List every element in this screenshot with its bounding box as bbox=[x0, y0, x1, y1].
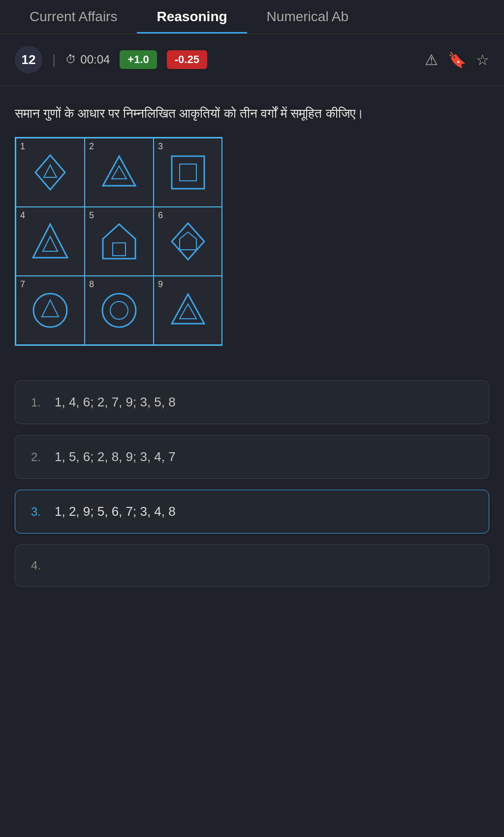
cell-shape-5 bbox=[97, 219, 141, 264]
svg-marker-6 bbox=[33, 224, 67, 258]
option-number-4: 4. bbox=[31, 559, 46, 572]
svg-marker-8 bbox=[103, 224, 135, 259]
grid-cell-8: 8 bbox=[85, 276, 154, 345]
cell-number-6: 6 bbox=[158, 210, 163, 221]
cell-number-7: 7 bbox=[20, 279, 25, 290]
negative-mark-badge: -0.25 bbox=[167, 50, 207, 69]
cell-shape-2 bbox=[97, 150, 141, 195]
question-text: समान गुणों के आधार पर निम्नलिखित आकृतियो… bbox=[15, 103, 489, 123]
cell-shape-6 bbox=[166, 219, 210, 264]
option-3[interactable]: 3. 1, 2, 9; 5, 6, 7; 3, 4, 8 bbox=[15, 490, 489, 534]
svg-rect-5 bbox=[180, 164, 196, 181]
grid-cell-2: 2 bbox=[85, 138, 154, 207]
alert-icon[interactable]: ⚠ bbox=[425, 51, 438, 68]
svg-marker-1 bbox=[44, 165, 57, 177]
grid-cell-5: 5 bbox=[85, 207, 154, 276]
cell-number-9: 9 bbox=[158, 279, 163, 290]
cell-shape-4 bbox=[28, 219, 72, 264]
grid-cell-6: 6 bbox=[154, 207, 222, 276]
tab-reasoning[interactable]: Reasoning bbox=[137, 0, 247, 33]
star-icon[interactable]: ☆ bbox=[476, 51, 489, 68]
svg-marker-10 bbox=[172, 223, 204, 260]
cell-number-1: 1 bbox=[20, 141, 25, 152]
option-4[interactable]: 4. bbox=[15, 544, 489, 587]
grid-cell-3: 3 bbox=[154, 138, 222, 207]
cell-shape-9 bbox=[166, 288, 210, 333]
svg-marker-3 bbox=[112, 166, 126, 179]
option-2[interactable]: 2. 1, 5, 6; 2, 8, 9; 3, 4, 7 bbox=[15, 435, 489, 479]
cell-shape-1 bbox=[28, 150, 72, 195]
option-number-1: 1. bbox=[31, 396, 46, 409]
cell-number-2: 2 bbox=[89, 141, 94, 152]
svg-marker-13 bbox=[42, 300, 59, 317]
svg-point-12 bbox=[33, 294, 67, 327]
cell-shape-3 bbox=[166, 150, 210, 195]
option-number-3: 3. bbox=[31, 505, 46, 519]
cell-number-3: 3 bbox=[158, 141, 163, 152]
svg-marker-11 bbox=[180, 232, 196, 250]
bookmark-icon[interactable]: 🔖 bbox=[448, 51, 466, 68]
svg-point-14 bbox=[102, 294, 136, 327]
clock-icon: ⏱ bbox=[65, 53, 76, 66]
option-number-2: 2. bbox=[31, 450, 46, 464]
svg-rect-4 bbox=[172, 156, 204, 189]
option-text-3: 1, 2, 9; 5, 6, 7; 3, 4, 8 bbox=[55, 504, 176, 519]
positive-mark-badge: +1.0 bbox=[120, 50, 157, 69]
grid-cell-9: 9 bbox=[154, 276, 222, 345]
question-header: 12 | ⏱ 00:04 +1.0 -0.25 ⚠ 🔖 ☆ bbox=[0, 34, 504, 86]
cell-number-4: 4 bbox=[20, 210, 25, 221]
question-body: समान गुणों के आधार पर निम्नलिखित आकृतियो… bbox=[0, 86, 504, 380]
cell-shape-7 bbox=[28, 288, 72, 333]
cell-number-5: 5 bbox=[89, 210, 94, 221]
grid-cell-4: 4 bbox=[16, 207, 85, 276]
option-text-1: 1, 4, 6; 2, 7, 9; 3, 5, 8 bbox=[55, 395, 176, 410]
options-list: 1. 1, 4, 6; 2, 7, 9; 3, 5, 8 2. 1, 5, 6;… bbox=[0, 380, 504, 587]
svg-rect-9 bbox=[113, 243, 126, 256]
cell-number-8: 8 bbox=[89, 279, 94, 290]
tab-current-affairs[interactable]: Current Affairs bbox=[10, 0, 137, 33]
header-icons: ⚠ 🔖 ☆ bbox=[425, 51, 489, 68]
cell-shape-8 bbox=[97, 288, 141, 333]
tab-numerical[interactable]: Numerical Ab bbox=[247, 0, 369, 33]
nav-tabs: Current Affairs Reasoning Numerical Ab bbox=[0, 0, 504, 34]
svg-point-15 bbox=[110, 301, 128, 319]
option-text-2: 1, 5, 6; 2, 8, 9; 3, 4, 7 bbox=[55, 449, 176, 465]
shape-grid: 1 2 3 bbox=[15, 137, 222, 346]
separator: | bbox=[52, 52, 56, 67]
svg-marker-0 bbox=[35, 155, 65, 190]
grid-cell-1: 1 bbox=[16, 138, 85, 207]
svg-marker-2 bbox=[103, 156, 135, 186]
option-1[interactable]: 1. 1, 4, 6; 2, 7, 9; 3, 5, 8 bbox=[15, 380, 489, 424]
question-number: 12 bbox=[15, 46, 42, 73]
timer: ⏱ 00:04 bbox=[65, 53, 110, 67]
svg-marker-7 bbox=[43, 236, 58, 251]
grid-cell-7: 7 bbox=[16, 276, 85, 345]
